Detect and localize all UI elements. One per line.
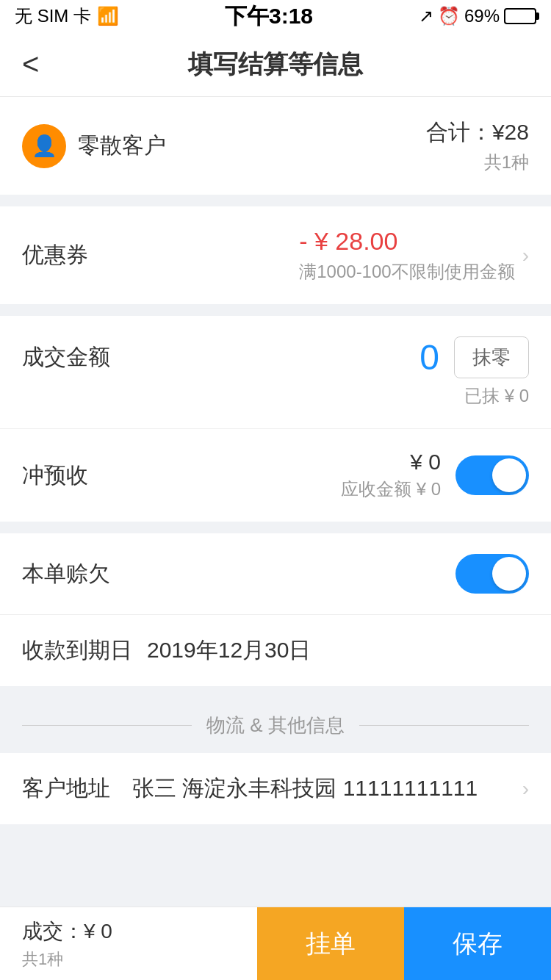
divider-line-right (359, 725, 529, 726)
toggle-knob (492, 458, 526, 492)
prereceive-section: 冲预收 ¥ 0 应收金额 ¥ 0 (0, 428, 551, 522)
prereceive-sub: 应收金额 ¥ 0 (341, 478, 441, 501)
address-section[interactable]: 客户地址 张三 海淀永丰科技园 11111111111 › (0, 753, 551, 824)
avatar: 👤 (22, 124, 66, 168)
bottom-deal: 成交：¥ 0 (22, 918, 235, 945)
battery-percent: 69% (464, 6, 500, 26)
customer-name: 零散客户 (78, 131, 166, 161)
customer-card: 👤 零散客户 合计：¥28 共1种 (0, 97, 551, 195)
avatar-icon: 👤 (32, 134, 57, 158)
page-title: 填写结算等信息 (188, 48, 363, 82)
prereceive-right: ¥ 0 应收金额 ¥ 0 (341, 450, 529, 501)
due-date-value[interactable]: 2019年12月30日 (147, 635, 311, 666)
hold-button[interactable]: 挂单 (257, 907, 404, 980)
wifi-icon: 📶 (97, 6, 119, 26)
transaction-card: 成交金额 0 抹零 已抹 ¥ 0 冲预收 ¥ 0 应收金额 ¥ 0 (0, 316, 551, 522)
prereceive-row: 冲预收 ¥ 0 应收金额 ¥ 0 (22, 450, 529, 501)
bottom-count: 共1种 (22, 948, 235, 970)
prereceive-toggle[interactable] (455, 455, 529, 495)
customer-left: 👤 零散客户 (22, 124, 166, 168)
coupon-sub: 满1000-100不限制使用金额 (299, 260, 514, 284)
amount-value: 0 (419, 337, 439, 378)
bottom-info: 成交：¥ 0 共1种 (0, 907, 257, 980)
coupon-value: - ¥ 28.00 (299, 227, 514, 256)
debt-toggle-knob (492, 557, 526, 591)
amount-right: 0 抹零 (419, 336, 529, 378)
coupon-top: 优惠券 - ¥ 28.00 满1000-100不限制使用金额 › (22, 227, 529, 284)
coupon-card: 优惠券 - ¥ 28.00 满1000-100不限制使用金额 › (0, 206, 551, 304)
carrier-text: 无 SIM 卡 (15, 4, 91, 28)
debt-card: 本单赊欠 收款到期日 2019年12月30日 (0, 533, 551, 686)
coupon-section[interactable]: 优惠券 - ¥ 28.00 满1000-100不限制使用金额 › (0, 206, 551, 304)
due-date-row: 收款到期日 2019年12月30日 (22, 635, 529, 666)
address-card[interactable]: 客户地址 张三 海淀永丰科技园 11111111111 › (0, 753, 551, 824)
coupon-label: 优惠券 (22, 240, 88, 270)
chevron-right-icon: › (522, 244, 529, 267)
due-date-section: 收款到期日 2019年12月30日 (0, 614, 551, 686)
divider-line-left (22, 725, 192, 726)
address-chevron-icon: › (522, 777, 529, 801)
customer-row: 👤 零散客户 合计：¥28 共1种 (0, 97, 551, 195)
due-date-label: 收款到期日 (22, 635, 132, 666)
debt-section: 本单赊欠 (0, 533, 551, 614)
alarm-icon: ⏰ (438, 6, 460, 26)
amount-section: 成交金额 0 抹零 已抹 ¥ 0 (0, 316, 551, 428)
logistics-divider-text: 物流 & 其他信息 (206, 713, 345, 738)
customer-right: 合计：¥28 共1种 (426, 118, 529, 174)
content: 👤 零散客户 合计：¥28 共1种 优惠券 - ¥ 28.00 满1000-10… (0, 97, 551, 921)
battery-icon (504, 8, 536, 24)
debt-label: 本单赊欠 (22, 559, 110, 589)
amount-label: 成交金额 (22, 342, 110, 372)
prereceive-value: ¥ 0 (341, 450, 441, 475)
status-right: ↗ ⏰ 69% (419, 6, 536, 26)
round-zero-button[interactable]: 抹零 (454, 336, 529, 378)
amount-sub: 已抹 ¥ 0 (22, 384, 529, 408)
customer-count: 共1种 (426, 151, 529, 174)
bottom-deal-value: ¥ 0 (84, 920, 112, 943)
prereceive-values: ¥ 0 应收金额 ¥ 0 (341, 450, 441, 501)
status-time: 下午3:18 (225, 1, 313, 32)
address-label: 客户地址 (22, 774, 110, 804)
address-value: 张三 海淀永丰科技园 11111111111 (132, 774, 522, 804)
customer-total: 合计：¥28 (426, 118, 529, 148)
status-bar: 无 SIM 卡 📶 下午3:18 ↗ ⏰ 69% (0, 0, 551, 32)
save-button[interactable]: 保存 (404, 907, 551, 980)
amount-row: 成交金额 0 抹零 (22, 336, 529, 378)
nav-bar: < 填写结算等信息 (0, 32, 551, 97)
debt-toggle[interactable] (455, 554, 529, 594)
status-left: 无 SIM 卡 📶 (15, 4, 119, 28)
bottom-bar: 成交：¥ 0 共1种 挂单 保存 (0, 907, 551, 980)
logistics-divider: 物流 & 其他信息 (0, 698, 551, 753)
prereceive-label: 冲预收 (22, 461, 88, 491)
bottom-deal-label: 成交： (22, 920, 84, 943)
location-icon: ↗ (419, 6, 433, 26)
back-button[interactable]: < (22, 48, 39, 81)
